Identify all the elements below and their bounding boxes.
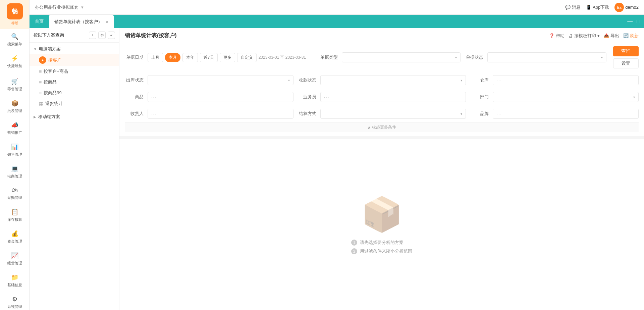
print-btn[interactable]: 🖨 按模板打印 ▾	[569, 33, 600, 39]
sidebar-item-quick-nav[interactable]: ⚡ 快捷导航	[0, 51, 29, 72]
sidebar-item-basicinfo[interactable]: 📁 基础信息	[0, 270, 29, 292]
panel-collapse-btn[interactable]: «	[108, 32, 115, 39]
payment-status-label: 收款状态	[298, 77, 316, 83]
sidebar-item-retail[interactable]: 🛒 零售管理	[0, 74, 29, 96]
sidebar-item-marketing[interactable]: 📣 营销推广	[0, 117, 29, 139]
sidebar-item-finance[interactable]: 💰 资金管理	[0, 226, 29, 248]
industry-dropdown-icon[interactable]: ▾	[81, 5, 84, 10]
sidebar-item-purchase[interactable]: 🛍 采购管理	[0, 183, 29, 204]
app-download-btn[interactable]: 📱 App下载	[586, 4, 609, 10]
payment-method-select[interactable]: ▾	[320, 109, 466, 119]
add-scheme-btn[interactable]: +	[89, 32, 96, 39]
goods-label: 商品	[125, 94, 144, 100]
sidebar-item-ecommerce[interactable]: 💻 电商管理	[0, 161, 29, 183]
this-month-btn[interactable]: 本月	[165, 53, 180, 62]
tab-home[interactable]: 首页	[30, 15, 49, 28]
sidebar-item-wholesale[interactable]: 📦 批发管理	[0, 96, 29, 117]
pc-scheme-parent[interactable]: ▼ 电脑端方案	[30, 44, 119, 54]
refresh-btn[interactable]: 🔄 刷新	[623, 33, 639, 39]
order-type-select[interactable]: ▾	[342, 52, 461, 62]
logo-icon: 畅	[7, 3, 23, 19]
sidebar-item-inventory[interactable]: 📋 库存核算	[0, 204, 29, 226]
goods-field[interactable]: ···	[148, 92, 293, 102]
sidebar-item-system[interactable]: ⚙ 系统管理	[0, 292, 29, 310]
help-btn[interactable]: ❓ 帮助	[549, 33, 565, 39]
pc-scheme-children: ● 按客户 ≡ 按客户+商品 ≡ 按商品 ≡ 按商品99	[30, 54, 119, 109]
order-status-select[interactable]: ▾	[487, 52, 606, 62]
settings-btn[interactable]: 设置	[613, 58, 639, 68]
more-btn[interactable]: 更多	[220, 53, 235, 62]
tab-bar: 首页 销货单统计表（按客户） ✕ — □	[30, 15, 644, 28]
item-icon-2: ≡	[39, 80, 42, 85]
empty-state: 📦 1 请先选择要分析的方案 2 用过滤条件来缩小分析范围	[119, 139, 644, 310]
basicinfo-icon: 📁	[11, 274, 18, 281]
dept-arrow: ▾	[633, 95, 635, 99]
sidebar-item-operation[interactable]: 📈 经营管理	[0, 248, 29, 270]
scheme-by-customer[interactable]: ● 按客户	[30, 54, 119, 66]
scheme-settings-btn[interactable]: ⚙	[98, 32, 106, 39]
last-7days-btn[interactable]: 近7天	[200, 53, 218, 62]
dept-select[interactable]: ▾	[493, 92, 639, 102]
mobile-scheme-parent[interactable]: ▶ 移动端方案	[30, 112, 119, 122]
last-month-btn[interactable]: 上月	[148, 53, 163, 62]
query-btn[interactable]: 查询	[613, 46, 639, 56]
header-left: 办公用品行业模拟账套 ▾	[35, 4, 84, 10]
retail-icon: 🛒	[11, 78, 18, 85]
pc-scheme-group: ▼ 电脑端方案 ● 按客户 ≡ 按客户+商品	[30, 43, 119, 110]
dot-icon: ●	[42, 58, 44, 62]
sidebar-item-sales[interactable]: 📊 销售管理	[0, 139, 29, 161]
scheme-by-customer-goods[interactable]: ≡ 按客户+商品	[30, 66, 119, 77]
collapse-more-btn[interactable]: ∧ 收起更多条件	[125, 122, 639, 132]
scheme-return-stats[interactable]: ▦ 退货统计	[30, 98, 119, 109]
app-icon: 📱	[586, 5, 591, 10]
warehouse-field[interactable]: ···	[493, 75, 639, 85]
minimize-btn[interactable]: —	[626, 17, 634, 26]
staff-field[interactable]: ···	[320, 92, 466, 102]
sales-icon: 📊	[11, 143, 18, 151]
warehouse-dots: ···	[496, 78, 502, 83]
tab-close-btn[interactable]: ✕	[106, 20, 108, 24]
print-dropdown-icon: ▾	[597, 33, 600, 38]
ecommerce-icon: 💻	[11, 165, 18, 172]
out-status-select[interactable]: ▾	[148, 75, 293, 85]
message-btn[interactable]: 💬 消息	[565, 4, 581, 10]
recipient-field[interactable]: ···	[148, 109, 293, 119]
recipient-dots: ···	[151, 111, 157, 116]
export-btn[interactable]: 📤 导出	[604, 33, 619, 39]
help-icon: ❓	[549, 33, 554, 38]
order-status-arrow: ▾	[601, 56, 603, 59]
custom-btn[interactable]: 自定义	[237, 53, 257, 62]
user-area[interactable]: Ea demo2	[614, 3, 639, 12]
date-range-text: 2023-03-01 至 2023-03-31	[259, 55, 306, 60]
item-icon-3: ≡	[39, 90, 42, 96]
refresh-icon: 🔄	[623, 33, 629, 38]
by-goods-label: 按商品	[44, 79, 57, 85]
content-area: 按以下方案查询 + ⚙ « ▼ 电脑端方案	[30, 28, 644, 310]
out-status-label: 出库状态	[125, 77, 144, 83]
left-panel: 按以下方案查询 + ⚙ « ▼ 电脑端方案	[30, 28, 119, 310]
this-year-btn[interactable]: 本年	[182, 53, 198, 62]
tab-actions: — □	[626, 17, 644, 26]
inventory-icon: 📋	[11, 208, 18, 216]
print-icon: 🖨	[569, 33, 573, 38]
brand-field[interactable]: ···	[493, 109, 639, 119]
main-area: 办公用品行业模拟账套 ▾ 💬 消息 📱 App下载 Ea demo2 首页	[30, 0, 644, 310]
page-title-actions: ❓ 帮助 🖨 按模板打印 ▾ 📤 导出 🔄 刷新	[549, 33, 639, 39]
message-icon: 💬	[565, 5, 571, 10]
payment-method-arrow: ▾	[461, 112, 462, 116]
sidebar-item-search-menu[interactable]: 🔍 搜索菜单	[0, 29, 29, 51]
item-icon-4: ▦	[39, 101, 43, 106]
payment-status-arrow: ▾	[461, 79, 462, 82]
tip-num-1: 1	[351, 240, 357, 246]
scheme-by-goods-99[interactable]: ≡ 按商品99	[30, 88, 119, 98]
empty-tip-2: 2 用过滤条件来缩小分析范围	[351, 248, 412, 254]
warehouse-label: 仓库	[470, 77, 489, 83]
payment-status-select[interactable]: ▾	[320, 75, 466, 85]
recipient-label: 收货人	[125, 111, 144, 117]
tab-sales-stats[interactable]: 销货单统计表（按客户） ✕	[49, 15, 114, 29]
maximize-btn[interactable]: □	[635, 17, 641, 26]
collapse-up-icon: ∧	[368, 125, 371, 130]
filter-area: 单据日期 上月 本月 本年 近7天 更多 自定义 2023-03-01 至 20…	[119, 42, 644, 136]
scheme-by-goods[interactable]: ≡ 按商品	[30, 77, 119, 88]
out-status-arrow: ▾	[288, 79, 290, 82]
